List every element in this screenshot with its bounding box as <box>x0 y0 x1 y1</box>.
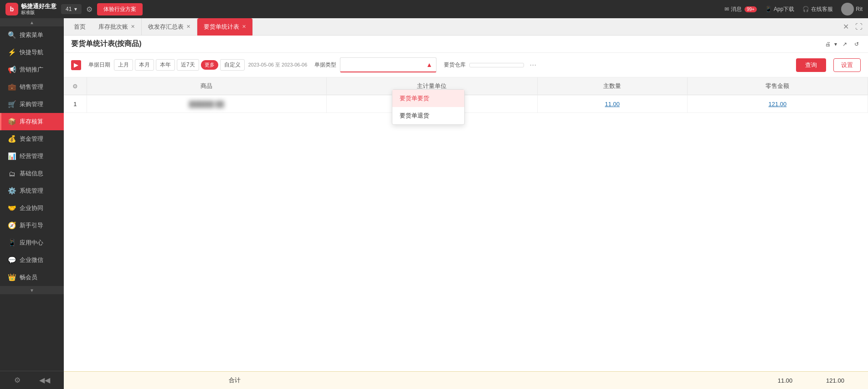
table-row: 1 ██████ ██ 块 11.00 121.00 <box>64 95 868 113</box>
sidebar-item-cooperation[interactable]: 🤝 企业协同 <box>0 200 64 217</box>
sidebar-item-label: 基础信息 <box>20 169 43 178</box>
date-range-buttons: 上月 本月 本年 近7天 更多 自定义 <box>114 59 245 71</box>
app-title: 畅捷通好生意 标准版 <box>21 3 56 15</box>
sidebar-item-basic[interactable]: 🗂 基础信息 <box>0 165 64 182</box>
export-button[interactable]: ↗ <box>842 41 849 47</box>
page-title: 要货单统计表(按商品) <box>71 39 142 49</box>
company-selector[interactable]: 41 ▾ <box>61 4 82 14</box>
tab-order-stats[interactable]: 要货单统计表 ✕ <box>197 18 253 36</box>
filter-more-icon[interactable]: ··· <box>528 60 538 70</box>
logo-icon: b <box>5 3 18 15</box>
date-btn-more[interactable]: 更多 <box>201 60 218 70</box>
sidebar-item-purchase[interactable]: 🛒 采购管理 <box>0 96 64 113</box>
col-settings[interactable]: ⚙ <box>64 77 87 95</box>
messages-badge: 99+ <box>745 6 757 12</box>
sidebar-item-quick-nav[interactable]: ⚡ 快捷导航 <box>0 44 64 61</box>
date-btn-this-year[interactable]: 本年 <box>156 59 175 71</box>
dropdown-item-order-goods[interactable]: 要货单要货 <box>392 90 464 107</box>
col-main-qty: 主数量 <box>537 77 687 95</box>
date-btn-this-month[interactable]: 本月 <box>135 59 154 71</box>
sidebar-item-label: 快捷导航 <box>20 48 43 56</box>
system-icon: ⚙️ <box>8 187 16 195</box>
tab-expand-icon[interactable]: ⛶ <box>853 23 864 31</box>
tab-batch-account[interactable]: 库存批次账 ✕ <box>92 18 142 36</box>
sidebar-item-guide[interactable]: 🧭 新手引导 <box>0 217 64 234</box>
tab-home[interactable]: 首页 <box>67 23 92 31</box>
sidebar-item-sales[interactable]: 💼 销售管理 <box>0 78 64 96</box>
refresh-icon: ↺ <box>854 41 859 47</box>
sidebar-item-system[interactable]: ⚙️ 系统管理 <box>0 182 64 200</box>
sales-icon: 💼 <box>8 83 16 91</box>
sidebar-scroll-up[interactable]: ▲ <box>0 18 64 26</box>
sidebar-item-marketing[interactable]: 📢 营销推广 <box>0 61 64 78</box>
brand-sub: 标准版 <box>21 10 56 15</box>
print-button[interactable]: 🖨 ▾ <box>825 41 837 47</box>
type-filter-group: 单据类型 ▲ <box>314 57 437 72</box>
filter-expand-button[interactable]: ▶ <box>71 60 81 70</box>
footer-total-label: 合计 <box>229 376 241 384</box>
app-download-action[interactable]: 📱 App下载 <box>765 5 794 13</box>
sidebar-item-member[interactable]: 👑 畅会员 <box>0 269 64 286</box>
date-btn-last-7days[interactable]: 近7天 <box>177 59 199 71</box>
sidebar-item-label: 企业协同 <box>20 204 43 212</box>
user-name: Rit <box>856 6 863 12</box>
sidebar-item-inventory[interactable]: 📦 库存核算 <box>0 113 64 130</box>
sidebar-item-operation[interactable]: 📊 经营管理 <box>0 148 64 165</box>
warehouse-filter-label: 要货仓库 <box>444 61 466 69</box>
app-download-icon: 📱 <box>765 6 772 12</box>
type-input[interactable] <box>344 60 426 70</box>
footer-retail-amount: 121.00 <box>808 377 863 384</box>
search-icon: 🔍 <box>8 31 16 39</box>
sidebar-item-search[interactable]: 🔍 搜索菜单 <box>0 26 64 44</box>
column-settings-icon[interactable]: ⚙ <box>72 83 78 90</box>
date-btn-custom[interactable]: 自定义 <box>220 59 245 71</box>
cell-retail-amount[interactable]: 121.00 <box>687 95 868 113</box>
topbar-settings-icon[interactable]: ⚙ <box>86 5 92 14</box>
type-select[interactable]: ▲ <box>340 57 437 72</box>
user-area[interactable]: Rit <box>841 3 863 15</box>
tab-receive-send-close[interactable]: ✕ <box>186 24 190 30</box>
brand-name: 畅捷通好生意 <box>21 3 56 10</box>
type-filter-label: 单据类型 <box>314 61 336 69</box>
dropdown-icon: ▾ <box>74 6 77 12</box>
query-button[interactable]: 查询 <box>796 58 826 72</box>
sidebar-scroll-down[interactable]: ▼ <box>0 286 64 294</box>
table-container: ⚙ 商品 主计量单位 主数量 零售金额 1 ██████ ██ <box>64 77 868 371</box>
sidebar: ▲ 🔍 搜索菜单 ⚡ 快捷导航 📢 营销推广 💼 销售管理 🛒 采购管理 📦 库… <box>0 18 64 389</box>
promo-button[interactable]: 体验行业方案 <box>97 3 143 15</box>
dropdown-item-order-return[interactable]: 要货单退货 <box>392 107 464 124</box>
settings-button[interactable]: 设置 <box>833 58 861 72</box>
warehouse-select[interactable] <box>469 63 524 67</box>
online-service-action[interactable]: 🎧 在线客服 <box>802 5 833 13</box>
sidebar-item-app-center[interactable]: 📱 应用中心 <box>0 234 64 251</box>
refresh-button[interactable]: ↺ <box>854 41 861 47</box>
footer-main-qty: 11.00 <box>762 377 808 384</box>
type-dropdown-icon[interactable]: ▲ <box>426 61 432 68</box>
tab-batch-account-close[interactable]: ✕ <box>131 24 135 30</box>
sidebar-item-wechat[interactable]: 💬 企业微信 <box>0 251 64 269</box>
sidebar-item-label: 应用中心 <box>20 239 43 247</box>
date-btn-last-month[interactable]: 上月 <box>114 59 133 71</box>
sidebar-item-label: 库存核算 <box>20 118 43 126</box>
tab-order-stats-label: 要货单统计表 <box>204 23 239 31</box>
tabs-bar: 首页 库存批次账 ✕ 收发存汇总表 ✕ 要货单统计表 ✕ ✕ ⛶ <box>64 18 868 36</box>
avatar <box>841 3 854 15</box>
sidebar-item-label: 营销推广 <box>20 66 43 74</box>
messages-action[interactable]: ✉ 消息 99+ <box>724 5 757 13</box>
guide-icon: 🧭 <box>8 221 16 230</box>
product-name: ██████ ██ <box>189 101 224 107</box>
cell-main-qty[interactable]: 11.00 <box>537 95 687 113</box>
sidebar-collapse-icon[interactable]: ◀◀ <box>39 376 50 384</box>
tab-order-stats-close[interactable]: ✕ <box>242 24 246 30</box>
page-content: 要货单统计表(按商品) 🖨 ▾ ↗ ↺ <box>64 36 868 389</box>
sidebar-settings-icon[interactable]: ⚙ <box>14 376 21 384</box>
type-dropdown: 要货单要货 要货单退货 <box>392 89 465 125</box>
sidebar-bottom: ⚙ ◀◀ <box>0 371 64 389</box>
sidebar-item-label: 畅会员 <box>20 273 37 282</box>
export-icon: ↗ <box>842 41 847 47</box>
col-product: 商品 <box>87 77 326 95</box>
sidebar-item-finance[interactable]: 💰 资金管理 <box>0 130 64 148</box>
quick-nav-icon: ⚡ <box>8 48 16 56</box>
tab-receive-send[interactable]: 收发存汇总表 ✕ <box>142 18 197 36</box>
tab-close-all-icon[interactable]: ✕ <box>841 22 851 31</box>
